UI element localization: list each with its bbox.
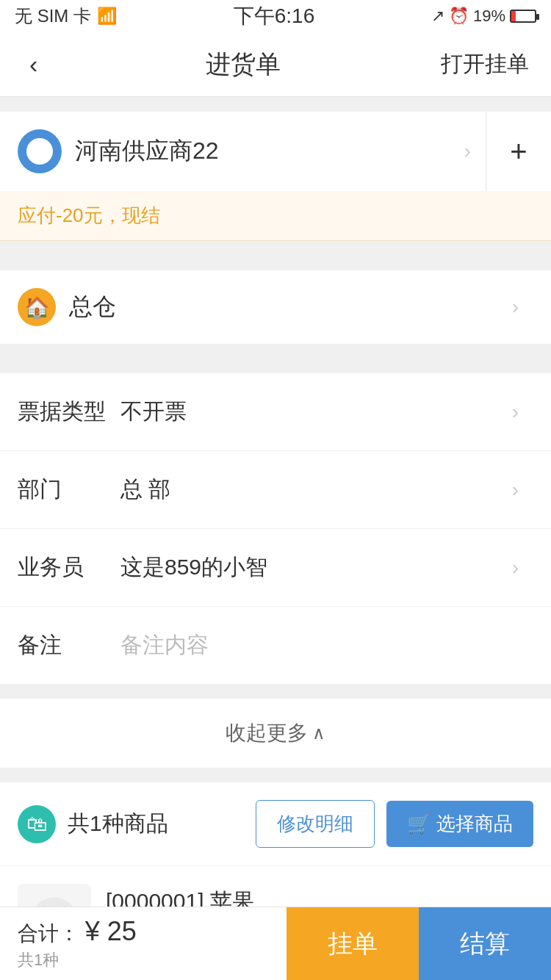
department-value: 总 部	[120, 475, 497, 505]
payment-hint: 应付-20元，现结	[0, 191, 551, 241]
products-icon: 🛍	[18, 805, 56, 843]
invoice-type-label: 票据类型	[18, 397, 120, 427]
bag-icon: 🛍	[26, 812, 47, 836]
warehouse-name: 总仓	[69, 291, 497, 323]
invoice-type-row[interactable]: 票据类型 不开票 ›	[0, 373, 551, 451]
total-amount-row: 合计： ¥ 25	[18, 916, 269, 948]
supplier-avatar	[18, 129, 62, 173]
footer: 合计： ¥ 25 共1种 挂单 结算	[0, 907, 551, 980]
collapse-icon: ∧	[312, 723, 325, 743]
chevron-right-icon: ›	[497, 400, 533, 424]
footer-total: 合计： ¥ 25 共1种	[0, 907, 287, 980]
checkout-button[interactable]: 结算	[419, 907, 551, 980]
battery-icon	[510, 10, 536, 23]
open-hang-button[interactable]: 打开挂单	[441, 49, 529, 79]
nav-bar: ‹ 进货单 打开挂单	[0, 32, 551, 97]
note-value: 备注内容	[120, 630, 533, 660]
avatar-inner	[26, 138, 53, 165]
chevron-right-icon: ›	[450, 140, 486, 163]
products-header: 🛍 共1种商品 修改明细 🛒 选择商品	[0, 782, 551, 866]
total-sub: 共1种	[18, 949, 269, 971]
total-label: 合计：	[18, 922, 79, 945]
status-time: 下午6:16	[234, 2, 315, 30]
collapse-button[interactable]: 收起更多 ∧	[0, 699, 551, 768]
location-icon: ↗	[431, 7, 444, 26]
page-title: 进货单	[206, 48, 281, 82]
supplier-name: 河南供应商22	[75, 135, 450, 167]
status-bar: 无 SIM 卡 📶 下午6:16 ↗ ⏰ 19%	[0, 0, 551, 32]
select-icon: 🛒	[407, 813, 431, 835]
back-button[interactable]: ‹	[22, 43, 45, 86]
alarm-icon: ⏰	[449, 7, 469, 26]
note-label: 备注	[18, 630, 120, 660]
select-product-button[interactable]: 🛒 选择商品	[386, 801, 533, 847]
carrier-label: 无 SIM 卡	[15, 4, 91, 28]
status-right: ↗ ⏰ 19%	[431, 7, 536, 26]
house-icon: 🏠	[24, 295, 50, 320]
form-section: 票据类型 不开票 › 部门 总 部 › 业务员 这是859的小智 › 备注 备注…	[0, 373, 551, 684]
gap-2	[0, 241, 551, 256]
hang-button[interactable]: 挂单	[287, 907, 419, 980]
department-row[interactable]: 部门 总 部 ›	[0, 451, 551, 529]
add-supplier-button[interactable]: +	[486, 112, 551, 191]
total-amount: ¥ 25	[85, 916, 137, 946]
gap-3	[0, 344, 551, 359]
chevron-right-icon: ›	[497, 295, 533, 319]
plus-icon: +	[510, 135, 527, 168]
status-carrier: 无 SIM 卡 📶	[15, 4, 117, 28]
collapse-label: 收起更多	[226, 719, 308, 747]
department-label: 部门	[18, 475, 120, 505]
warehouse-icon: 🏠	[18, 288, 56, 326]
wifi-icon: 📶	[97, 7, 117, 26]
note-row[interactable]: 备注 备注内容	[0, 607, 551, 684]
warehouse-selector[interactable]: 🏠 总仓 ›	[0, 270, 551, 344]
select-label: 选择商品	[436, 811, 513, 837]
modify-detail-button[interactable]: 修改明细	[256, 800, 375, 848]
salesperson-value: 这是859的小智	[120, 552, 497, 583]
chevron-right-icon: ›	[497, 556, 533, 580]
salesperson-row[interactable]: 业务员 这是859的小智 ›	[0, 529, 551, 607]
gap-1	[0, 97, 551, 112]
invoice-type-value: 不开票	[120, 397, 497, 427]
battery-percent: 19%	[473, 7, 505, 26]
salesperson-label: 业务员	[18, 552, 120, 583]
supplier-selector[interactable]: 河南供应商22 ›	[0, 112, 486, 191]
supplier-section: 河南供应商22 › +	[0, 112, 551, 191]
products-count: 共1种商品	[68, 809, 256, 839]
chevron-right-icon: ›	[497, 478, 533, 502]
